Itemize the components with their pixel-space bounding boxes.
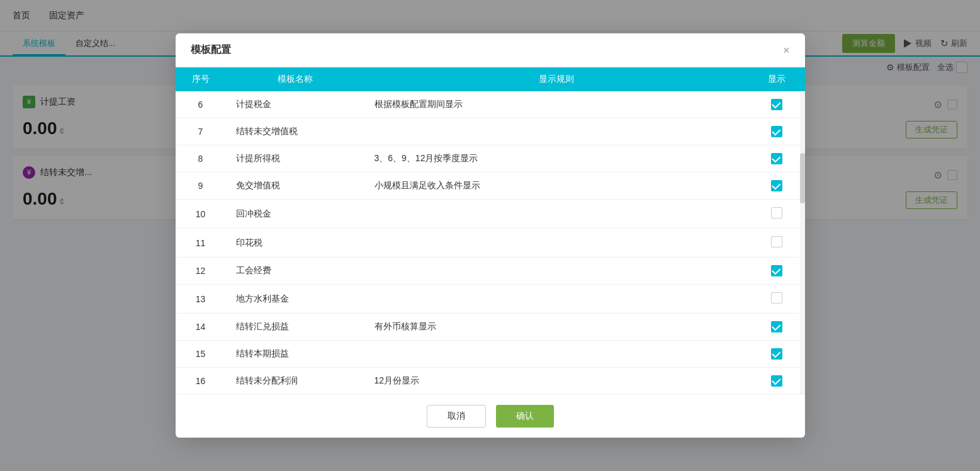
cell-name: 结转本期损益 bbox=[226, 341, 364, 368]
cell-checkbox[interactable] bbox=[748, 314, 805, 341]
table-row: 11印花税 bbox=[176, 229, 805, 258]
cell-checkbox[interactable] bbox=[748, 285, 805, 314]
cell-name: 印花税 bbox=[226, 229, 364, 258]
table-row: 8计提所得税3、6、9、12月按季度显示 bbox=[176, 145, 805, 173]
table-row: 7结转未交增值税 bbox=[176, 118, 805, 145]
cell-rule: 12月份显示 bbox=[364, 368, 748, 395]
cell-index: 15 bbox=[176, 341, 226, 368]
table-row: 15结转本期损益 bbox=[176, 341, 805, 368]
cell-rule: 有外币核算显示 bbox=[364, 314, 748, 341]
checkbox-checked-15[interactable] bbox=[771, 348, 782, 360]
cell-rule bbox=[364, 285, 748, 314]
cell-name: 结转未分配利润 bbox=[226, 368, 364, 395]
cell-rule: 根据模板配置期间显示 bbox=[364, 91, 748, 118]
cell-rule: 3、6、9、12月按季度显示 bbox=[364, 145, 748, 173]
table-row: 12工会经费 bbox=[176, 258, 805, 285]
checkbox-checked-7[interactable] bbox=[771, 126, 782, 137]
cell-rule bbox=[364, 341, 748, 368]
col-header-rule: 显示规则 bbox=[364, 67, 748, 91]
cell-rule: 小规模且满足收入条件显示 bbox=[364, 173, 748, 200]
cell-index: 7 bbox=[176, 118, 226, 145]
scrollbar-thumb[interactable] bbox=[800, 153, 805, 203]
cell-rule bbox=[364, 200, 748, 229]
cell-index: 8 bbox=[176, 145, 226, 173]
cell-name: 工会经费 bbox=[226, 258, 364, 285]
cell-index: 16 bbox=[176, 368, 226, 395]
cell-name: 免交增值税 bbox=[226, 173, 364, 200]
cell-rule bbox=[364, 118, 748, 145]
checkbox-checked-9[interactable] bbox=[771, 180, 782, 191]
col-header-index: 序号 bbox=[176, 67, 226, 91]
cell-rule bbox=[364, 229, 748, 258]
checkbox-checked-14[interactable] bbox=[771, 321, 782, 332]
cell-checkbox[interactable] bbox=[748, 229, 805, 258]
checkbox-checked-6[interactable] bbox=[771, 99, 782, 110]
cell-index: 11 bbox=[176, 229, 226, 258]
table-row: 6计提税金根据模板配置期间显示 bbox=[176, 91, 805, 118]
table-header-row: 序号 模板名称 显示规则 显示 bbox=[176, 67, 805, 91]
cell-index: 14 bbox=[176, 314, 226, 341]
checkbox-checked-12[interactable] bbox=[771, 265, 782, 276]
cell-name: 结转汇兑损益 bbox=[226, 314, 364, 341]
cell-checkbox[interactable] bbox=[748, 91, 805, 118]
cell-checkbox[interactable] bbox=[748, 341, 805, 368]
cell-name: 结转未交增值税 bbox=[226, 118, 364, 145]
cell-index: 9 bbox=[176, 173, 226, 200]
table-row: 10回冲税金 bbox=[176, 200, 805, 229]
cell-index: 12 bbox=[176, 258, 226, 285]
dialog-table-wrap[interactable]: 序号 模板名称 显示规则 显示 6计提税金根据模板配置期间显示7结转未交增值税8… bbox=[176, 67, 805, 394]
dialog-title: 模板配置 bbox=[191, 43, 231, 57]
cell-checkbox[interactable] bbox=[748, 145, 805, 173]
cell-index: 6 bbox=[176, 91, 226, 118]
template-config-dialog: 模板配置 × 序号 模板名称 显示规则 显示 6计提税金根据模板配置期间显示7结… bbox=[176, 33, 805, 438]
checkbox-unchecked-13[interactable] bbox=[771, 292, 782, 304]
checkbox-checked-16[interactable] bbox=[771, 375, 782, 387]
cell-checkbox[interactable] bbox=[748, 368, 805, 395]
config-table: 序号 模板名称 显示规则 显示 6计提税金根据模板配置期间显示7结转未交增值税8… bbox=[176, 67, 805, 394]
dialog-footer: 取消 确认 bbox=[176, 394, 805, 438]
cancel-button[interactable]: 取消 bbox=[427, 405, 486, 428]
cell-name: 回冲税金 bbox=[226, 200, 364, 229]
cell-name: 计提税金 bbox=[226, 91, 364, 118]
dialog-overlay: 模板配置 × 序号 模板名称 显示规则 显示 6计提税金根据模板配置期间显示7结… bbox=[0, 0, 980, 471]
cell-checkbox[interactable] bbox=[748, 200, 805, 229]
checkbox-checked-8[interactable] bbox=[771, 153, 782, 164]
cell-name: 地方水利基金 bbox=[226, 285, 364, 314]
cell-checkbox[interactable] bbox=[748, 258, 805, 285]
dialog-close-button[interactable]: × bbox=[783, 45, 790, 56]
checkbox-unchecked-11[interactable] bbox=[771, 236, 782, 247]
table-row: 16结转未分配利润12月份显示 bbox=[176, 368, 805, 395]
table-row: 14结转汇兑损益有外币核算显示 bbox=[176, 314, 805, 341]
dialog-header: 模板配置 × bbox=[176, 33, 805, 67]
col-header-name: 模板名称 bbox=[226, 67, 364, 91]
cell-checkbox[interactable] bbox=[748, 118, 805, 145]
table-row: 9免交增值税小规模且满足收入条件显示 bbox=[176, 173, 805, 200]
cell-index: 13 bbox=[176, 285, 226, 314]
cell-index: 10 bbox=[176, 200, 226, 229]
table-row: 13地方水利基金 bbox=[176, 285, 805, 314]
cell-checkbox[interactable] bbox=[748, 173, 805, 200]
col-header-display: 显示 bbox=[748, 67, 805, 91]
scrollbar-track bbox=[800, 93, 805, 394]
confirm-button[interactable]: 确认 bbox=[496, 405, 554, 428]
cell-name: 计提所得税 bbox=[226, 145, 364, 173]
checkbox-unchecked-10[interactable] bbox=[771, 207, 782, 218]
cell-rule bbox=[364, 258, 748, 285]
